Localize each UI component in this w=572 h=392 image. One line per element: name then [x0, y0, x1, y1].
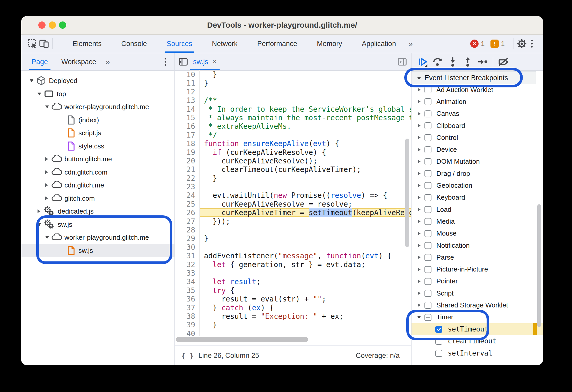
expanded-triangle-icon[interactable] [45, 236, 49, 239]
breakpoint-row-parse[interactable]: Parse [412, 251, 543, 263]
tree-item-worker-playground.glitch.me[interactable]: worker-playground.glitch.me [21, 100, 174, 114]
line-number[interactable]: 40 [175, 329, 199, 336]
line-number[interactable]: 19 [175, 148, 199, 157]
tab-page[interactable]: Page [25, 53, 55, 70]
breakpoint-row-settimeout[interactable]: setTimeout [412, 323, 543, 335]
collapsed-triangle-icon[interactable] [418, 220, 421, 223]
line-number[interactable]: 33 [175, 269, 199, 277]
collapsed-triangle-icon[interactable] [38, 209, 40, 213]
code-line-33[interactable]: 33 [175, 269, 411, 277]
code-line-31[interactable]: 31addEventListener("message", function(e… [175, 252, 411, 260]
tab-console[interactable]: Console [112, 35, 157, 53]
expanded-triangle-icon[interactable] [45, 105, 49, 108]
breakpoint-row-device[interactable]: Device [412, 144, 543, 156]
breakpoint-row-load[interactable]: Load [412, 203, 543, 215]
code-line-13[interactable]: 13/** [175, 96, 411, 105]
code-line-18[interactable]: 18function ensureKeepAlive(evt) { [175, 139, 411, 148]
show-debugger-panel-icon[interactable] [397, 56, 408, 67]
line-number[interactable]: 23 [175, 183, 199, 191]
collapsed-triangle-icon[interactable] [418, 232, 421, 235]
category-checkbox[interactable] [424, 254, 431, 261]
breakpoint-row-clipboard[interactable]: Clipboard [412, 120, 543, 132]
tree-item-sw.js[interactable]: sw.js [21, 244, 174, 257]
tree-item-cdn.glitch.com[interactable]: cdn.glitch.com [21, 166, 174, 179]
line-number[interactable]: 38 [175, 312, 199, 321]
panel-vertical-scrollbar[interactable] [537, 204, 541, 327]
navigator-kebab-icon[interactable] [161, 58, 170, 66]
expanded-triangle-icon[interactable] [417, 316, 421, 319]
step-over-icon[interactable] [430, 56, 445, 68]
tab-elements[interactable]: Elements [63, 35, 112, 53]
event-checkbox[interactable] [435, 326, 442, 333]
tree-item-dedicated.js[interactable]: dedicated.js [21, 205, 174, 218]
tab-network[interactable]: Network [202, 35, 247, 53]
expanded-triangle-icon[interactable] [38, 223, 41, 226]
warning-badge[interactable]: ! 1 [490, 40, 505, 48]
more-options-kebab-icon[interactable] [527, 40, 536, 48]
breakpoint-row-notification[interactable]: Notification [412, 239, 543, 251]
code-line-23[interactable]: 23 [175, 183, 411, 191]
category-checkbox[interactable] [424, 218, 431, 225]
close-tab-icon[interactable]: × [212, 58, 217, 66]
tree-item-worker-playground.glitch.me[interactable]: worker-playground.glitch.me [21, 231, 174, 244]
category-checkbox[interactable] [424, 242, 431, 249]
line-number[interactable]: 14 [175, 105, 199, 114]
tree-item-deployed[interactable]: Deployed [21, 74, 174, 87]
collapsed-triangle-icon[interactable] [418, 291, 421, 295]
code-line-12[interactable]: 12 [175, 88, 411, 96]
tree-item-script.js[interactable]: script.js [21, 126, 174, 140]
category-checkbox[interactable] [424, 278, 431, 285]
tab-workspace[interactable]: Workspace [55, 53, 103, 70]
collapsed-triangle-icon[interactable] [45, 170, 48, 174]
line-number[interactable]: 27 [175, 217, 199, 226]
hide-navigator-icon[interactable] [178, 56, 189, 67]
category-checkbox[interactable] [424, 86, 431, 93]
resume-icon[interactable] [415, 56, 430, 68]
category-checkbox[interactable] [424, 314, 431, 321]
category-checkbox[interactable] [424, 230, 431, 237]
category-checkbox[interactable] [424, 146, 431, 153]
category-checkbox[interactable] [424, 290, 431, 297]
pretty-print-icon[interactable]: { } [181, 352, 194, 360]
code-line-24[interactable]: 24 evt.waitUntil(new Promise((resolve) =… [175, 191, 411, 200]
line-number[interactable]: 20 [175, 157, 199, 165]
editor-vertical-scrollbar[interactable] [405, 139, 409, 247]
collapsed-triangle-icon[interactable] [418, 184, 421, 187]
device-toolbar-icon[interactable] [38, 38, 50, 49]
breakpoint-row-cleartimeout[interactable]: clearTimeout [412, 335, 543, 347]
breakpoint-row-canvas[interactable]: Canvas [412, 108, 543, 120]
category-checkbox[interactable] [424, 98, 431, 105]
step-icon[interactable] [475, 56, 490, 68]
category-checkbox[interactable] [424, 266, 431, 273]
collapsed-triangle-icon[interactable] [418, 124, 421, 127]
code-line-22[interactable]: 22 } [175, 174, 411, 183]
code-line-25[interactable]: 25 curKeepAliveResolve = resolve; [175, 200, 411, 208]
breakpoint-row-media[interactable]: Media [412, 215, 543, 227]
inspect-icon[interactable] [27, 38, 38, 49]
horizontal-scrollbar[interactable] [176, 337, 308, 342]
event-checkbox[interactable] [435, 350, 442, 357]
collapsed-triangle-icon[interactable] [45, 183, 48, 187]
breakpoint-row-drag-drop[interactable]: Drag / drop [412, 168, 543, 179]
line-number[interactable]: 15 [175, 114, 199, 122]
line-number[interactable]: 24 [175, 191, 199, 200]
category-checkbox[interactable] [424, 206, 431, 213]
line-number[interactable]: 32 [175, 260, 199, 269]
expanded-triangle-icon[interactable] [30, 79, 33, 82]
line-number[interactable]: 12 [175, 88, 199, 96]
code-line-26[interactable]: 26 curKeepAliveTimer = setTimeout(keepAl… [175, 208, 411, 217]
collapsed-triangle-icon[interactable] [418, 160, 421, 163]
code-line-37[interactable]: 37 } catch (ex) { [175, 304, 411, 312]
line-number[interactable]: 34 [175, 277, 199, 286]
code-line-36[interactable]: 36 result = eval(str) + ""; [175, 295, 411, 303]
code-line-27[interactable]: 27 })); [175, 217, 411, 226]
line-number[interactable]: 25 [175, 200, 199, 208]
collapsed-triangle-icon[interactable] [418, 148, 421, 152]
tree-item-cdn.glitch.me[interactable]: cdn.glitch.me [21, 179, 174, 192]
code-line-32[interactable]: 32 let { generation, str } = evt.data; [175, 260, 411, 269]
collapsed-triangle-icon[interactable] [418, 255, 421, 259]
category-checkbox[interactable] [424, 122, 431, 129]
code-line-14[interactable]: 14 * In order to keep the ServiceWorker'… [175, 105, 411, 114]
code-line-38[interactable]: 38 result = "Exception: " + ex; [175, 312, 411, 321]
breakpoint-row-mouse[interactable]: Mouse [412, 228, 543, 239]
